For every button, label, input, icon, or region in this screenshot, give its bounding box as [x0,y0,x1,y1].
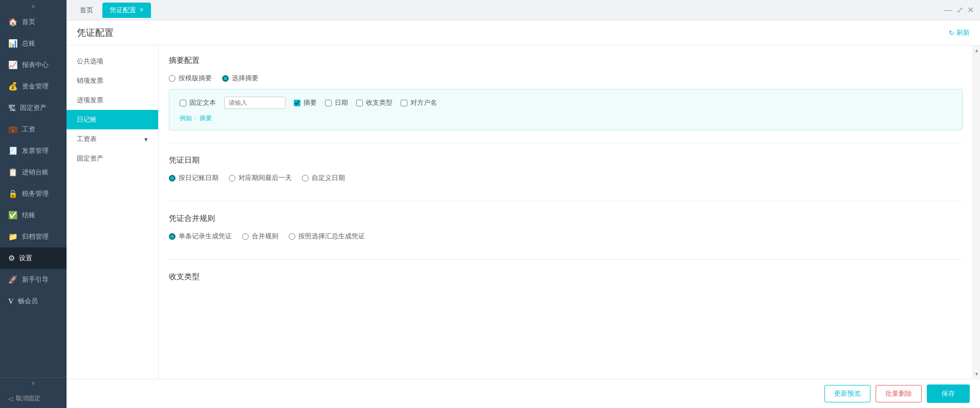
content-layout: 公共选项 销项发票 进项发票 日记账 工资表 ▾ 固定资产 [67,46,980,379]
income-type-checkbox[interactable]: 收支类型 [356,98,393,107]
sidebar-item-salary[interactable]: 💼 工资 [0,119,67,140]
single-record-radio[interactable]: 单条记录生成凭证 [169,232,232,241]
batch-delete-button[interactable]: 批量删除 [876,385,922,402]
ledger-icon: 📊 [8,39,18,48]
sidebar-item-settings[interactable]: ⚙ 设置 [0,247,67,269]
summary-checkbox[interactable]: 摘要 [294,98,317,107]
sidebar-item-home[interactable]: 🏠 首页 [0,11,67,33]
invoice-icon: 🧾 [8,146,18,155]
merge-rules-radio[interactable]: 合并规则 [242,232,278,241]
fixed-text-input[interactable] [224,97,286,109]
main-area: 首页 凭证配置 ✕ — ⤢ ✕ 凭证配置 ↻ 刷新 公共选项 [67,0,980,408]
select-summary-radio[interactable]: 选择摘要 [222,74,258,83]
voucher-merge-title: 凭证合并规则 [169,214,963,223]
page-container: 凭证配置 ↻ 刷新 公共选项 销项发票 进项发票 日记账 [67,20,980,408]
left-nav-sales-invoice[interactable]: 销项发票 [67,71,158,90]
template-summary-radio[interactable]: 按模版摘要 [169,74,212,83]
voucher-merge-section: 凭证合并规则 单条记录生成凭证 合并规则 按照选择汇总生成凭证 [169,214,963,260]
scroll-down-arrow[interactable]: ▼ [972,369,980,379]
sidebar-scroll-up[interactable]: ▲ [0,0,67,11]
sidebar-item-closing[interactable]: ✅ 结账 [0,205,67,226]
fixed-text-checkbox[interactable]: 固定文本 [180,98,216,107]
left-nav-fixed-assets[interactable]: 固定资产 [67,149,158,168]
left-nav: 公共选项 销项发票 进项发票 日记账 工资表 ▾ 固定资产 [67,46,159,379]
maximize-button[interactable]: ⤢ [956,5,963,15]
sidebar-item-guide[interactable]: 🚀 新手引导 [0,269,67,290]
sidebar-item-tax[interactable]: 🔒 税务管理 [0,183,67,205]
right-scrollbar: ▲ ▼ [973,46,980,379]
summary-config-box: 固定文本 摘要 日期 [169,89,963,130]
scroll-up-arrow[interactable]: ▲ [972,46,980,55]
income-expense-section: 收支类型 [169,272,963,302]
settings-icon: ⚙ [8,254,15,263]
sidebar-item-assets[interactable]: 🏗 固定资产 [0,97,67,119]
page-header: 凭证配置 ↻ 刷新 [67,20,980,46]
by-selection-radio[interactable]: 按照选择汇总生成凭证 [289,232,365,241]
minimize-button[interactable]: — [944,6,952,15]
sidebar-item-reports[interactable]: 📈 报表中心 [0,54,67,76]
voucher-date-title: 凭证日期 [169,155,963,165]
close-button[interactable]: ✕ [967,5,974,15]
reports-icon: 📈 [8,60,18,70]
closing-icon: ✅ [8,211,18,220]
example-row: 例如： 摘要 [180,114,952,123]
by-journal-date-radio[interactable]: 按日记账日期 [169,173,219,183]
update-preview-button[interactable]: 更新预览 [824,385,870,402]
tab-bar: 首页 凭证配置 ✕ — ⤢ ✕ [67,0,980,20]
date-checkbox[interactable]: 日期 [325,98,348,107]
sidebar-item-vip[interactable]: V 畅会员 [0,290,67,312]
tax-icon: 🔒 [8,189,18,198]
tab-close-button[interactable]: ✕ [139,7,144,13]
left-nav-public[interactable]: 公共选项 [67,52,158,71]
voucher-date-section: 凭证日期 按日记账日期 对应期间最后一天 自定义日期 [169,155,963,201]
sidebar-scroll-down[interactable]: ▼ [0,378,67,389]
home-icon: 🏠 [8,17,18,27]
counterparty-checkbox[interactable]: 对方户名 [401,98,437,107]
left-nav-purchase-invoice[interactable]: 进项发票 [67,90,158,110]
save-button[interactable]: 保存 [927,384,970,403]
pin-icon: ◁ [8,395,13,402]
tab-voucher-config[interactable]: 凭证配置 ✕ [102,3,151,18]
left-nav-payroll[interactable]: 工资表 ▾ [67,129,158,149]
last-day-radio[interactable]: 对应期间最后一天 [229,173,292,183]
refresh-icon: ↻ [949,29,954,37]
guide-icon: 🚀 [8,275,18,284]
income-expense-title: 收支类型 [169,272,963,282]
salary-icon: 💼 [8,125,18,134]
voucher-merge-radio-group: 单条记录生成凭证 合并规则 按照选择汇总生成凭证 [169,232,963,241]
refresh-button[interactable]: ↻ 刷新 [949,28,970,37]
main-content: 摘要配置 按模版摘要 选择摘要 [159,46,973,379]
voucher-date-radio-group: 按日记账日期 对应期间最后一天 自定义日期 [169,173,963,183]
archive-icon: 📁 [8,232,18,241]
custom-date-radio[interactable]: 自定义日期 [302,173,345,183]
sidebar-item-funds[interactable]: 💰 资金管理 [0,76,67,97]
summary-config-title: 摘要配置 [169,56,963,65]
funds-icon: 💰 [8,82,18,91]
tab-home[interactable]: 首页 [73,3,100,18]
left-nav-journal[interactable]: 日记账 [67,110,158,129]
summary-radio-group: 按模版摘要 选择摘要 [169,74,963,83]
sidebar-item-ledger[interactable]: 📊 总账 [0,33,67,54]
assets-icon: 🏗 [8,104,16,112]
sidebar-bottom: ▼ ◁ 取消固定 [0,377,67,408]
page-title: 凭证配置 [77,27,114,39]
purchase-icon: 📋 [8,168,18,177]
sidebar-cancel-pin[interactable]: ◁ 取消固定 [0,389,67,408]
summary-config-section: 摘要配置 按模版摘要 选择摘要 [169,56,963,143]
bottom-bar: 更新预览 批量删除 保存 [67,379,980,408]
summary-checkbox-row: 固定文本 摘要 日期 [180,97,952,109]
sidebar-item-purchase[interactable]: 📋 进销台账 [0,162,67,183]
sidebar-item-invoice[interactable]: 🧾 发票管理 [0,140,67,162]
sidebar-item-archive[interactable]: 📁 归档管理 [0,226,67,247]
window-controls: — ⤢ ✕ [944,5,974,15]
arrow-down-icon: ▾ [144,135,148,143]
sidebar: ▲ 🏠 首页 📊 总账 📈 报表中心 💰 资金管理 🏗 固定资产 💼 工资 🧾 … [0,0,67,408]
vip-icon: V [8,297,14,306]
